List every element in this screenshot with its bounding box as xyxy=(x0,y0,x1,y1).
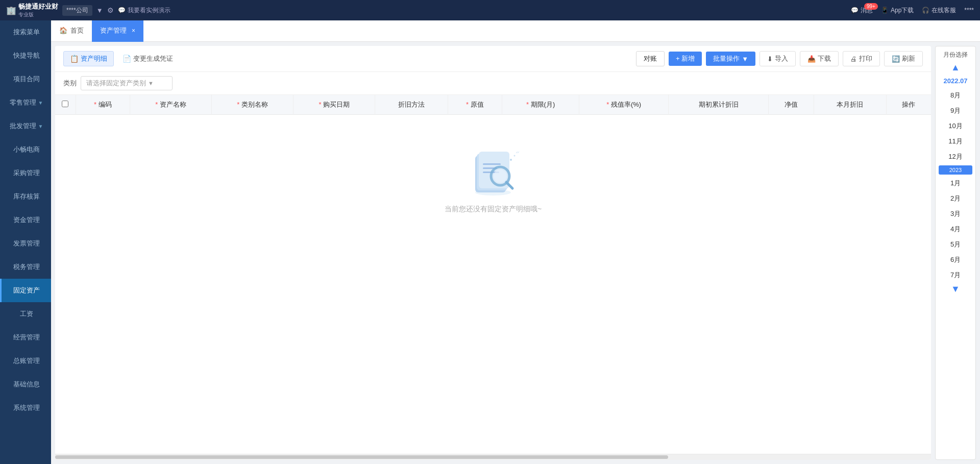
sub-tab-change-voucher[interactable]: 📄 变更生成凭证 xyxy=(116,51,180,66)
company-name[interactable]: ****公司 xyxy=(62,5,92,16)
table-container: 编码 资产名称 类别名称 购买日期 折旧方法 原值 期限(月) 残值率(%) 期… xyxy=(55,95,931,454)
th-checkbox[interactable] xyxy=(55,95,76,115)
table-header-row: 编码 资产名称 类别名称 购买日期 折旧方法 原值 期限(月) 残值率(%) 期… xyxy=(55,95,931,115)
print-icon: 🖨 xyxy=(850,55,857,63)
import-button[interactable]: ⬇ 导入 xyxy=(760,51,796,66)
category-label: 类别 xyxy=(63,79,77,88)
topbar: 🏢 畅捷通好业财 专业版 ****公司 ▼ ⚙ 💬 我要看实例演示 💬 消息 9… xyxy=(0,0,980,20)
month-item-3[interactable]: 3月 xyxy=(936,206,975,222)
horizontal-scrollbar[interactable] xyxy=(55,454,931,460)
empty-illustration xyxy=(462,145,524,197)
svg-point-8 xyxy=(494,169,507,183)
sidebar-item-batch-mgmt[interactable]: 批发管理 ▼ xyxy=(0,114,51,138)
content-area: 🏠 首页 资产管理 × 📋 资产明细 xyxy=(51,20,980,464)
message-button[interactable]: 💬 消息 99+ xyxy=(851,6,873,15)
sidebar-item-inventory[interactable]: 库存核算 xyxy=(0,185,51,208)
settings-icon[interactable]: ⚙ xyxy=(107,6,114,14)
month-item-6[interactable]: 6月 xyxy=(936,252,975,267)
reconcile-button[interactable]: 对账 xyxy=(636,51,665,66)
th-monthly-depreciation: 本月折旧 xyxy=(814,95,886,115)
th-accumulated-depreciation: 期初累计折旧 xyxy=(669,95,769,115)
sidebar-item-tax-mgmt[interactable]: 税务管理 xyxy=(0,255,51,279)
headset-icon: 🎧 xyxy=(922,7,929,14)
th-operations: 操作 xyxy=(886,95,931,115)
phone-icon: 📱 xyxy=(881,7,889,14)
print-button[interactable]: 🖨 打印 xyxy=(843,51,880,66)
svg-point-11 xyxy=(514,155,516,157)
sidebar-item-search-menu[interactable]: 搜索菜单 xyxy=(0,20,51,44)
month-picker: 月份选择 ▲ 2022.07 8月 9月 10月 11月 12月 xyxy=(935,46,976,460)
tab-home[interactable]: 🏠 首页 xyxy=(51,20,92,42)
th-category-name: 类别名称 xyxy=(212,95,293,115)
month-item-12[interactable]: 12月 xyxy=(936,149,975,164)
download-icon: 📥 xyxy=(807,55,816,63)
sidebar-item-purchase-mgmt[interactable]: 采购管理 xyxy=(0,161,51,185)
chevron-down-icon: ▼ xyxy=(38,124,43,129)
month-item-8[interactable]: 8月 xyxy=(936,88,975,103)
th-asset-name: 资产名称 xyxy=(130,95,212,115)
sidebar-item-project-contract[interactable]: 项目合同 xyxy=(0,67,51,91)
sidebar-item-system-mgmt[interactable]: 系统管理 xyxy=(0,396,51,420)
sidebar-item-invoice-mgmt[interactable]: 发票管理 xyxy=(0,232,51,255)
chevron-down-icon: ▼ xyxy=(38,100,43,106)
demo-icon: 💬 xyxy=(118,7,126,14)
refresh-icon: 🔄 xyxy=(892,55,900,63)
logo-icon: 🏢 xyxy=(6,6,16,15)
month-item-1[interactable]: 1月 xyxy=(936,176,975,191)
online-service-button[interactable]: 🎧 在线客服 xyxy=(922,6,956,15)
refresh-button[interactable]: 🔄 刷新 xyxy=(884,51,923,66)
scroll-thumb[interactable] xyxy=(55,455,668,459)
sub-tabs-left: 📋 资产明细 📄 变更生成凭证 xyxy=(63,51,180,66)
app-download-button[interactable]: 📱 App下载 xyxy=(881,6,914,15)
topbar-left: 🏢 畅捷通好业财 专业版 ****公司 ▼ ⚙ 💬 我要看实例演示 xyxy=(6,2,170,18)
month-item-2022-07[interactable]: 2022.07 xyxy=(936,74,975,88)
user-info[interactable]: **** xyxy=(964,7,974,14)
demo-link[interactable]: 💬 我要看实例演示 xyxy=(118,6,170,15)
sidebar-item-retail-mgmt[interactable]: 零售管理 ▼ xyxy=(0,91,51,114)
sidebar-item-business-mgmt[interactable]: 经营管理 xyxy=(0,326,51,349)
sub-tab-asset-detail[interactable]: 📋 资产明细 xyxy=(63,51,114,66)
add-button[interactable]: + 新增 xyxy=(669,52,702,66)
category-placeholder: 请选择固定资产类别 xyxy=(86,79,146,88)
month-item-year-2023[interactable]: 2023 xyxy=(939,165,972,175)
sidebar-item-quick-nav[interactable]: 快捷导航 xyxy=(0,44,51,67)
tab-close-icon[interactable]: × xyxy=(132,27,135,34)
th-original-value: 原值 xyxy=(448,95,502,115)
change-voucher-icon: 📄 xyxy=(122,55,131,63)
th-code: 编码 xyxy=(76,95,130,115)
batch-ops-button[interactable]: 批量操作 ▼ xyxy=(706,52,755,66)
message-badge: 99+ xyxy=(864,3,878,10)
sidebar-item-fixed-assets[interactable]: 固定资产 xyxy=(0,279,51,302)
month-picker-header: 月份选择 xyxy=(940,46,971,61)
asset-detail-icon: 📋 xyxy=(70,55,79,63)
main-layout: 搜索菜单 快捷导航 项目合同 零售管理 ▼ 批发管理 ▼ 小畅电商 采购管理 库… xyxy=(0,20,980,464)
month-item-7[interactable]: 7月 xyxy=(936,267,975,283)
month-item-4[interactable]: 4月 xyxy=(936,222,975,237)
select-arrow-icon: ▼ xyxy=(148,80,154,86)
sidebar-item-salary[interactable]: 工资 xyxy=(0,302,51,326)
tab-asset-mgmt[interactable]: 资产管理 × xyxy=(92,20,143,42)
toolbar: 对账 + 新增 批量操作 ▼ ⬇ 导入 📥 下载 xyxy=(636,51,923,66)
sidebar-item-general-ledger[interactable]: 总账管理 xyxy=(0,349,51,373)
month-item-5[interactable]: 5月 xyxy=(936,237,975,252)
sidebar-item-ecommerce[interactable]: 小畅电商 xyxy=(0,138,51,161)
app-name: 畅捷通好业财 xyxy=(18,2,58,11)
page-content: 📋 资产明细 📄 变更生成凭证 对账 + 新增 批量操作 ▼ xyxy=(51,42,980,464)
app-edition: 专业版 xyxy=(18,11,58,18)
company-dropdown[interactable]: ▼ xyxy=(96,7,103,14)
month-nav-down[interactable]: ▼ xyxy=(951,283,960,296)
month-nav-up[interactable]: ▲ xyxy=(951,61,960,74)
download-button[interactable]: 📥 下载 xyxy=(800,51,839,66)
month-item-2[interactable]: 2月 xyxy=(936,191,975,206)
select-all-checkbox[interactable] xyxy=(62,101,68,107)
import-icon: ⬇ xyxy=(767,55,773,63)
month-item-11[interactable]: 11月 xyxy=(936,134,975,149)
app-logo: 🏢 畅捷通好业财 专业版 xyxy=(6,2,58,18)
category-select[interactable]: 请选择固定资产类别 ▼ xyxy=(81,76,173,90)
sidebar-item-fund-mgmt[interactable]: 资金管理 xyxy=(0,208,51,232)
month-item-10[interactable]: 10月 xyxy=(936,118,975,134)
svg-line-13 xyxy=(518,152,519,153)
sidebar-item-basic-info[interactable]: 基础信息 xyxy=(0,373,51,396)
th-residual-rate: 残值率(%) xyxy=(579,95,669,115)
month-item-9[interactable]: 9月 xyxy=(936,103,975,118)
